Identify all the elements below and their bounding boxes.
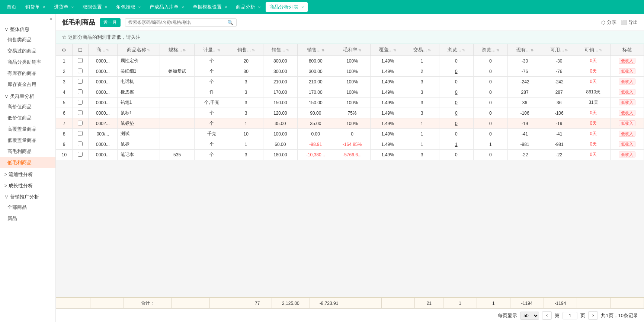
col-available[interactable]: 可用... ⇅ — [542, 44, 576, 56]
nav-product-analysis-list[interactable]: 商品分析列表 × — [266, 2, 307, 12]
cell-browse1[interactable]: 0 — [439, 87, 473, 98]
row-checkbox[interactable] — [78, 100, 83, 105]
sidebar-item-low-value[interactable]: 低价值商品 — [0, 112, 55, 124]
close-icon[interactable]: × — [301, 5, 304, 9]
cell-checkbox[interactable] — [72, 118, 88, 129]
row-checkbox[interactable] — [78, 152, 83, 157]
sidebar-item-category-rate[interactable]: 商品分类助销率 — [0, 57, 55, 68]
col-margin[interactable]: 毛利率 ⇅ — [334, 44, 371, 56]
cell-browse1[interactable]: 0 — [439, 129, 473, 139]
row-checkbox[interactable] — [78, 110, 83, 115]
cell-tag: 低收入 — [611, 66, 644, 77]
sidebar-collapse-btn[interactable]: « — [0, 14, 55, 23]
nav-sales-order[interactable]: 销货单 × — [22, 2, 49, 12]
col-name[interactable]: 商品名称 ⇅ — [117, 44, 160, 56]
col-coverage[interactable]: 覆盖... ⇅ — [371, 44, 405, 56]
next-page-btn[interactable]: ＞ — [588, 311, 598, 320]
sidebar-item-low-margin[interactable]: 低毛利商品 — [0, 157, 55, 168]
cell-tag: 低收入 — [611, 56, 644, 66]
sidebar-item-high-value[interactable]: 高价值商品 — [0, 101, 55, 112]
col-spec[interactable]: 规格... ⇅ — [160, 44, 195, 56]
col-sellable[interactable]: 可销... ⇅ — [576, 44, 611, 56]
sidebar-group-cluster[interactable]: ∨ 类群量分析 — [0, 90, 55, 101]
cell-browse1[interactable]: 0 — [439, 150, 473, 160]
nav-role-auth[interactable]: 角色授权 × — [112, 2, 144, 12]
sidebar-item-all-goods[interactable]: 全部商品 — [0, 202, 55, 213]
cell-checkbox[interactable] — [72, 98, 88, 108]
sidebar-group-marketing[interactable]: ∨ 营销推广分析 — [0, 191, 55, 202]
close-icon[interactable]: × — [138, 5, 141, 9]
cell-browse1[interactable]: 0 — [439, 118, 473, 129]
cell-browse1[interactable]: 0 — [439, 98, 473, 108]
col-checkbox[interactable]: ☐ — [72, 44, 88, 56]
row-checkbox[interactable] — [78, 68, 83, 73]
footer-no — [56, 298, 75, 309]
cell-coverage: 1.49% — [371, 108, 405, 118]
cell-checkbox[interactable] — [72, 66, 88, 77]
nav-permission[interactable]: 权限设置 × — [79, 2, 111, 12]
col-code[interactable]: 商... ⇅ — [89, 44, 118, 56]
close-icon[interactable]: × — [182, 5, 184, 9]
row-checkbox[interactable] — [78, 89, 83, 94]
current-page-input[interactable] — [563, 312, 577, 319]
prev-page-btn[interactable]: ＜ — [542, 311, 552, 320]
filter-recent-month-btn[interactable]: 近一月 — [100, 18, 121, 27]
sidebar-item-high-coverage[interactable]: 高覆盖量商品 — [0, 124, 55, 135]
sidebar-group-overall[interactable]: ∨ 整体信息 — [0, 23, 55, 34]
row-checkbox[interactable] — [78, 79, 83, 84]
cell-checkbox[interactable] — [72, 139, 88, 150]
cell-browse2: 0 — [473, 118, 507, 129]
cell-coverage: 1.49% — [371, 139, 405, 150]
cell-browse1[interactable]: 1 — [439, 139, 473, 150]
col-sales2[interactable]: 销售... ⇅ — [263, 44, 297, 56]
cell-checkbox[interactable] — [72, 108, 88, 118]
cell-browse1[interactable]: 0 — [439, 66, 473, 77]
search-input[interactable] — [128, 20, 226, 25]
sidebar-group-circulation[interactable]: > 流通性分析 — [0, 168, 55, 179]
sidebar-item-new-goods[interactable]: 新品 — [0, 213, 55, 224]
share-btn[interactable]: ⬡ 分享 — [601, 19, 616, 26]
cell-checkbox[interactable] — [72, 77, 88, 87]
cell-browse1[interactable]: 0 — [439, 108, 473, 118]
cell-checkbox[interactable] — [72, 150, 88, 160]
cell-browse1[interactable]: 0 — [439, 56, 473, 66]
nav-home[interactable]: 首页 — [3, 2, 20, 12]
cell-browse1[interactable]: 0 — [439, 77, 473, 87]
sidebar-item-sales-goods[interactable]: 销售类商品 — [0, 34, 55, 45]
row-checkbox[interactable] — [78, 58, 83, 63]
close-icon[interactable]: × — [71, 5, 74, 9]
sidebar-item-in-stock[interactable]: 有库存的商品 — [0, 68, 55, 79]
col-sales3[interactable]: 销售... ⇅ — [297, 44, 334, 56]
sidebar-item-low-coverage[interactable]: 低覆盖量商品 — [0, 135, 55, 146]
col-trade[interactable]: 交易... ⇅ — [405, 44, 439, 56]
cell-checkbox[interactable] — [72, 87, 88, 98]
close-icon[interactable]: × — [258, 5, 260, 9]
row-checkbox[interactable] — [78, 141, 83, 146]
cell-checkbox[interactable] — [72, 129, 88, 139]
close-icon[interactable]: × — [105, 5, 107, 9]
sidebar-item-capital-usage[interactable]: 库存资金占用 — [0, 79, 55, 90]
export-btn[interactable]: ⬜ 导出 — [621, 19, 638, 26]
cell-current: -30 — [507, 56, 542, 66]
col-sales1[interactable]: 销售... ⇅ — [229, 44, 263, 56]
col-unit[interactable]: 计量... ⇅ — [195, 44, 229, 56]
nav-purchase-order[interactable]: 进货单 × — [50, 2, 77, 12]
close-icon[interactable]: × — [43, 5, 45, 9]
col-browse1[interactable]: 浏览... ⇅ — [439, 44, 473, 56]
row-checkbox[interactable] — [78, 121, 83, 125]
row-checkbox[interactable] — [78, 131, 83, 136]
nav-template[interactable]: 单据模板设置 × — [189, 2, 231, 12]
cell-checkbox[interactable] — [72, 56, 88, 66]
per-page-select[interactable]: 50 100 200 — [520, 312, 539, 320]
sidebar-group-growth[interactable]: > 成长性分析 — [0, 179, 55, 191]
col-settings[interactable]: ⚙ — [56, 44, 73, 56]
close-icon[interactable]: × — [225, 5, 227, 9]
nav-product-analysis[interactable]: 商品分析 × — [232, 2, 264, 12]
nav-product-entry[interactable]: 产成品入库单 × — [146, 2, 188, 12]
col-browse2[interactable]: 浏览... ⇅ — [473, 44, 507, 56]
sidebar-item-high-margin[interactable]: 高毛利商品 — [0, 146, 55, 157]
col-current[interactable]: 现有... ⇅ — [507, 44, 542, 56]
search-icon[interactable]: 🔍 — [227, 20, 233, 25]
cell-sales1: 20 — [229, 56, 263, 66]
sidebar-item-traded-goods[interactable]: 交易过的商品 — [0, 45, 55, 57]
